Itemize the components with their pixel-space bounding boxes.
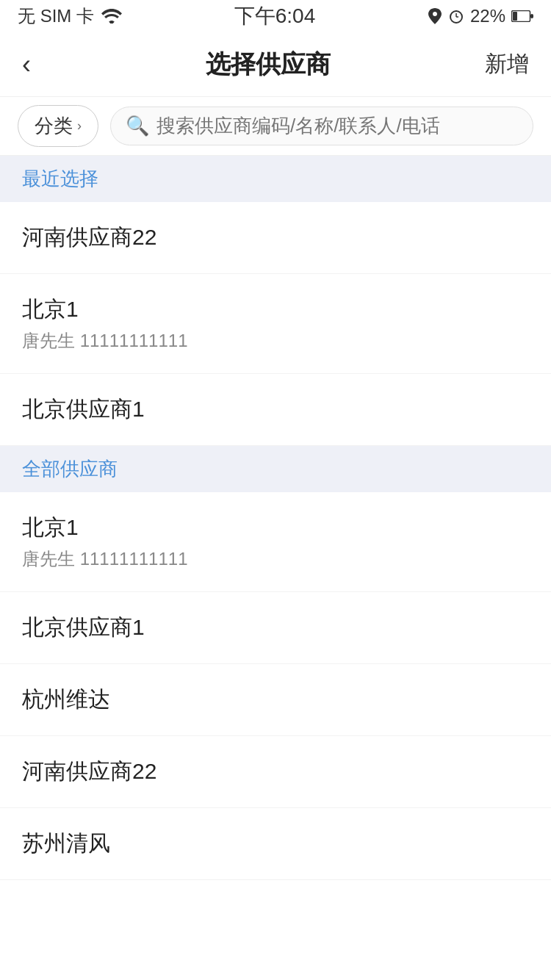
supplier-name: 杭州维达 (22, 685, 529, 715)
search-icon: 🔍 (126, 115, 149, 137)
location-icon (428, 8, 442, 24)
status-bar: 无 SIM 卡 下午6:04 22% (0, 0, 551, 32)
status-right: 22% (428, 6, 533, 26)
list-item[interactable]: 杭州维达 (0, 664, 551, 736)
battery-level: 22% (470, 6, 505, 26)
supplier-name: 北京供应商1 (22, 613, 529, 643)
page-title: 选择供应商 (206, 48, 331, 82)
svg-rect-4 (513, 12, 517, 21)
supplier-name: 河南供应商22 (22, 223, 529, 253)
battery-icon (511, 10, 533, 22)
section-header-0: 最近选择 (0, 156, 551, 202)
supplier-name: 河南供应商22 (22, 757, 529, 787)
list-item[interactable]: 北京1唐先生 11111111111 (0, 492, 551, 592)
list-item[interactable]: 苏州清风 (0, 808, 551, 880)
status-left: 无 SIM 卡 (18, 4, 122, 28)
wifi-icon (101, 9, 122, 24)
supplier-sub: 唐先生 11111111111 (22, 329, 529, 353)
alarm-icon (448, 8, 464, 24)
back-button[interactable]: ‹ (22, 49, 66, 80)
supplier-list: 最近选择河南供应商22北京1唐先生 11111111111北京供应商1全部供应商… (0, 156, 551, 880)
list-item[interactable]: 北京1唐先生 11111111111 (0, 274, 551, 374)
supplier-name: 苏州清风 (22, 829, 529, 859)
svg-rect-5 (530, 14, 533, 18)
chevron-right-icon: › (77, 118, 82, 134)
supplier-name: 北京供应商1 (22, 394, 529, 425)
search-input[interactable] (156, 115, 518, 137)
category-button[interactable]: 分类 › (18, 105, 98, 147)
supplier-sub: 唐先生 11111111111 (22, 547, 529, 571)
list-item[interactable]: 北京供应商1 (0, 592, 551, 664)
section-header-1: 全部供应商 (0, 446, 551, 492)
supplier-name: 北京1 (22, 295, 529, 325)
add-button[interactable]: 新增 (470, 49, 529, 79)
list-item[interactable]: 河南供应商22 (0, 736, 551, 808)
nav-bar: ‹ 选择供应商 新增 (0, 32, 551, 97)
filter-bar: 分类 › 🔍 (0, 97, 551, 156)
category-label: 分类 (35, 113, 73, 139)
list-item[interactable]: 河南供应商22 (0, 202, 551, 274)
list-item[interactable]: 北京供应商1 (0, 374, 551, 446)
search-box: 🔍 (110, 107, 533, 145)
status-time: 下午6:04 (234, 2, 316, 30)
supplier-name: 北京1 (22, 513, 529, 543)
no-sim-label: 无 SIM 卡 (18, 4, 94, 28)
